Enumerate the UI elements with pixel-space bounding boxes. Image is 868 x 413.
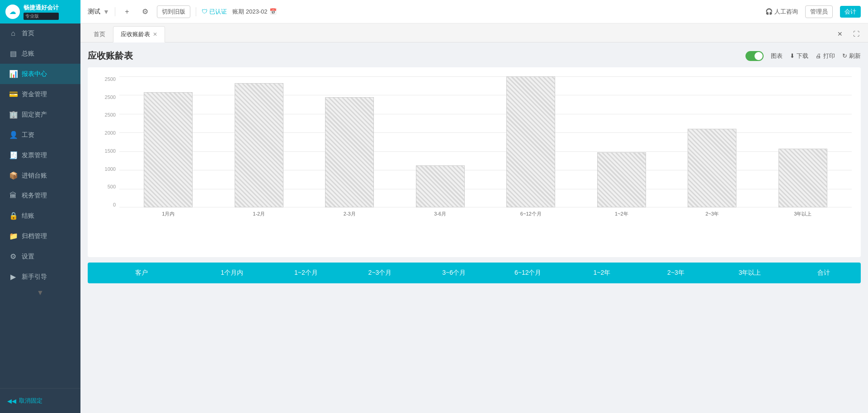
topbar-settings-icon: ⚙ bbox=[142, 7, 148, 16]
capital-icon: 💳 bbox=[9, 90, 17, 99]
sidebar-item-guide[interactable]: ▶ 新手引导 bbox=[0, 267, 80, 287]
tax-icon: 🏛 bbox=[9, 192, 17, 200]
logo-text-block: 畅捷通好会计 专业版 bbox=[24, 4, 59, 20]
service-icon: 🎧 bbox=[765, 8, 773, 15]
page-title: 应收账龄表 bbox=[88, 50, 133, 62]
bar-3年以上 bbox=[778, 149, 827, 208]
sidebar-item-close[interactable]: 🔒 结账 bbox=[0, 206, 80, 226]
payroll-icon: 👤 bbox=[9, 131, 17, 139]
sidebar-item-settings[interactable]: ⚙ 设置 bbox=[0, 246, 80, 267]
tab-expand-button[interactable]: ⛶ bbox=[850, 28, 863, 40]
table-container: 客户 1个月内 1~2个月 2~3个月 3~6个月 6~12个月 1~2年 2~… bbox=[88, 263, 861, 283]
bar-group-3: 2-3月 bbox=[305, 76, 394, 207]
cancel-fixed-button[interactable]: ◀◀ 取消固定 bbox=[0, 393, 80, 408]
sidebar-item-tax[interactable]: 🏛 税务管理 bbox=[0, 186, 80, 206]
sidebar-item-reports[interactable]: 📊 报表中心 bbox=[0, 64, 80, 84]
download-button[interactable]: ⬇ 下载 bbox=[790, 52, 808, 60]
bar-2-3年 bbox=[688, 129, 736, 207]
sidebar-item-payroll[interactable]: 👤 工资 bbox=[0, 125, 80, 145]
download-label: 下载 bbox=[797, 52, 808, 60]
print-icon: 🖨 bbox=[816, 52, 821, 59]
cancel-fixed-label: 取消固定 bbox=[19, 397, 42, 405]
shield-icon: 🛡 bbox=[202, 8, 208, 15]
topbar-settings-button[interactable]: ⚙ bbox=[139, 5, 151, 18]
sidebar-item-invoice[interactable]: 🧾 发票管理 bbox=[0, 145, 80, 165]
bar-group-4: 3-6月 bbox=[396, 76, 485, 207]
sidebar-label-payroll: 工资 bbox=[22, 131, 34, 139]
chart-toggle-label: 图表 bbox=[771, 52, 783, 60]
sidebar-item-home[interactable]: ⌂ 首页 bbox=[0, 23, 80, 43]
certified-badge: 🛡 已认证 bbox=[202, 8, 227, 16]
admin-button[interactable]: 管理员 bbox=[805, 5, 833, 18]
th-2-3year: 2~3年 bbox=[639, 263, 713, 283]
bars-container: 1月内 1-2月 2-3月 3-6月 bbox=[119, 76, 852, 207]
topbar-separator-1 bbox=[115, 7, 115, 16]
y-label-2000: 2000 bbox=[105, 130, 116, 136]
bar-label-1月内: 1月内 bbox=[162, 211, 175, 217]
settings-icon: ⚙ bbox=[9, 252, 17, 261]
close-books-icon: 🔒 bbox=[9, 211, 17, 220]
scroll-down-arrow[interactable]: ▼ bbox=[0, 287, 80, 299]
table-header: 客户 1个月内 1~2个月 2~3个月 3~6个月 6~12个月 1~2年 2~… bbox=[88, 263, 861, 283]
service-label: 人工咨询 bbox=[774, 8, 798, 16]
th-3-6month: 3~6个月 bbox=[417, 263, 491, 283]
bar-group-7: 2~3年 bbox=[668, 76, 757, 207]
y-label-2500a: 2500 bbox=[105, 76, 116, 82]
sidebar-label-settings: 设置 bbox=[22, 253, 34, 261]
logo-badge: 专业版 bbox=[24, 13, 59, 20]
tab-close-icon[interactable]: ✕ bbox=[153, 32, 157, 37]
content-area: 应收账龄表 图表 ⬇ 下载 🖨 打印 ↻ 刷新 bbox=[80, 42, 868, 413]
bar-6-12月 bbox=[506, 76, 555, 207]
sidebar-item-capital[interactable]: 💳 资金管理 bbox=[0, 84, 80, 104]
add-button[interactable]: + bbox=[121, 5, 133, 18]
ledger-icon: ▤ bbox=[9, 49, 17, 58]
sidebar-scroll: ⌂ 首页 ▤ 总账 📊 报表中心 💳 资金管理 🏢 固定资产 👤 工资 🧾 发票… bbox=[0, 23, 80, 388]
reports-icon: 📊 bbox=[9, 70, 17, 78]
bar-1月内 bbox=[144, 92, 193, 207]
period-display: 账期 2023-02 📅 bbox=[232, 8, 277, 16]
tab-close-window-button[interactable]: ✕ bbox=[834, 28, 846, 40]
y-label-500: 500 bbox=[108, 184, 116, 189]
bar-group-6: 1~2年 bbox=[577, 76, 666, 207]
role-label: 会计 bbox=[844, 8, 856, 15]
page-actions: 图表 ⬇ 下载 🖨 打印 ↻ 刷新 bbox=[745, 51, 861, 61]
main-area: 测试 ▼ + ⚙ 切到旧版 🛡 已认证 账期 2023-02 📅 🎧 人工咨询 bbox=[80, 0, 868, 413]
chart-toggle[interactable] bbox=[745, 51, 764, 61]
print-button[interactable]: 🖨 打印 bbox=[816, 52, 835, 60]
bar-chart: 2500 2500 2500 2000 1500 1000 500 0 1月内 bbox=[97, 76, 852, 221]
bar-label-2-3月: 2-3月 bbox=[344, 211, 356, 217]
sidebar-label-invoice: 发票管理 bbox=[22, 151, 47, 160]
tab-home-label: 首页 bbox=[94, 30, 105, 38]
period-text: 账期 bbox=[232, 8, 244, 16]
sidebar-item-inventory[interactable]: 📦 进销台账 bbox=[0, 165, 80, 186]
download-icon: ⬇ bbox=[790, 52, 795, 59]
th-1month: 1个月内 bbox=[195, 263, 269, 283]
project-selector[interactable]: 测试 ▼ bbox=[88, 8, 109, 16]
sidebar-label-general-ledger: 总账 bbox=[22, 50, 34, 58]
sidebar-label-inventory: 进销台账 bbox=[22, 172, 47, 180]
tab-home[interactable]: 首页 bbox=[86, 26, 113, 42]
archive-icon: 📁 bbox=[9, 232, 17, 240]
topbar: 测试 ▼ + ⚙ 切到旧版 🛡 已认证 账期 2023-02 📅 🎧 人工咨询 bbox=[80, 0, 868, 23]
chart-container: 2500 2500 2500 2000 1500 1000 500 0 1月内 bbox=[88, 67, 861, 257]
sidebar-item-fixed-assets[interactable]: 🏢 固定资产 bbox=[0, 104, 80, 125]
refresh-label: 刷新 bbox=[849, 52, 861, 60]
old-version-button[interactable]: 切到旧版 bbox=[157, 5, 190, 18]
th-6-12month: 6~12个月 bbox=[491, 263, 565, 283]
bar-1-2年 bbox=[597, 152, 646, 207]
sidebar-item-general-ledger[interactable]: ▤ 总账 bbox=[0, 43, 80, 64]
bar-1-2月 bbox=[235, 83, 283, 208]
y-label-0: 0 bbox=[113, 202, 116, 207]
y-label-2500c: 2500 bbox=[105, 112, 116, 117]
guide-icon: ▶ bbox=[9, 272, 17, 281]
sidebar-item-archive[interactable]: 📁 归档管理 bbox=[0, 226, 80, 246]
th-1-2month: 1~2个月 bbox=[269, 263, 343, 283]
sidebar-label-close: 结账 bbox=[22, 212, 34, 220]
th-total: 合计 bbox=[787, 263, 861, 283]
calendar-icon[interactable]: 📅 bbox=[269, 8, 277, 15]
refresh-button[interactable]: ↻ 刷新 bbox=[842, 52, 861, 60]
fixed-assets-icon: 🏢 bbox=[9, 110, 17, 119]
topbar-right: 🎧 人工咨询 管理员 会计 bbox=[765, 5, 861, 18]
service-button[interactable]: 🎧 人工咨询 bbox=[765, 8, 798, 16]
tab-ar-aging[interactable]: 应收账龄表 ✕ bbox=[113, 26, 165, 42]
